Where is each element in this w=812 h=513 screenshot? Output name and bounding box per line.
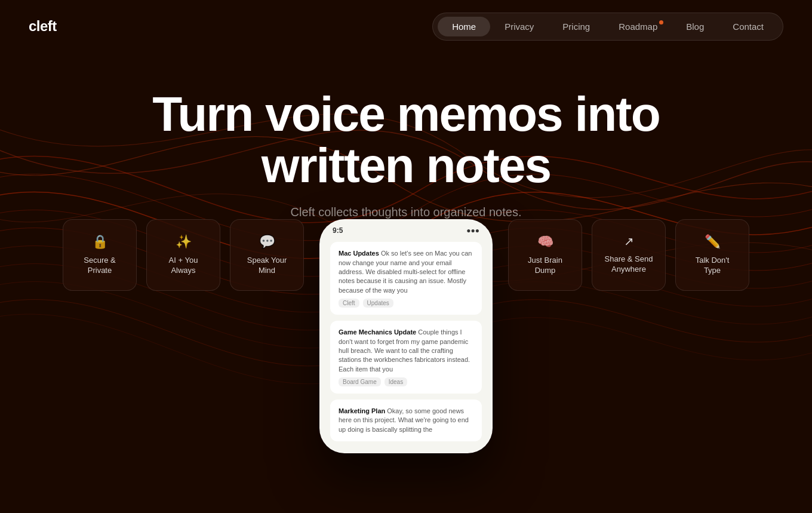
hero-subtitle: Cleft collects thoughts into organized n… [0,205,812,219]
nav-link-privacy[interactable]: Privacy [490,17,548,36]
note-title-2: Game Mechanics Update [339,328,418,336]
feature-card-speak: 💬 Speak YourMind [230,219,304,291]
chat-icon: 💬 [259,234,275,250]
nav-link-blog[interactable]: Blog [672,17,718,36]
hero-title: Turn voice memos into written notes [137,88,675,191]
feature-label-speak: Speak YourMind [247,256,287,276]
note-item-2: Game Mechanics Update Couple things I do… [330,321,482,394]
lock-icon: 🔒 [92,234,108,250]
brain-icon: 🧠 [537,234,553,250]
feature-label-brain: Just BrainDump [528,256,562,276]
nav-link-contact[interactable]: Contact [718,17,778,36]
features-section: 🔒 Secure &Private ✨ AI + YouAlways 💬 Spe… [0,219,812,291]
note-tag: Ideas [385,377,407,386]
note-tags-1: Cleft Updates [339,299,473,308]
note-tag: Board Game [339,377,381,386]
share-icon: ↗ [624,234,634,248]
note-title-3: Marketing Plan [339,407,387,414]
pencil-icon: ✏️ [705,234,721,250]
nav-links: Home Privacy Pricing Roadmap Blog Contac… [432,13,783,41]
feature-label-secure: Secure &Private [84,256,115,276]
feature-card-talk: ✏️ Talk Don'tType [675,219,749,291]
note-tags-2: Board Game Ideas [339,377,473,386]
feature-card-ai: ✨ AI + YouAlways [146,219,220,291]
phone-spacer [313,219,499,291]
feature-label-ai: AI + YouAlways [169,256,198,276]
note-item-3: Marketing Plan Okay, so some good news h… [330,400,482,441]
note-tag: Cleft [339,299,359,308]
logo: cleft [29,18,57,35]
note-tag: Updates [363,299,393,308]
sparkle-icon: ✨ [176,234,192,250]
feature-card-brain: 🧠 Just BrainDump [508,219,582,291]
feature-label-share: Share & SendAnywhere [605,254,653,275]
nav-link-roadmap[interactable]: Roadmap [604,17,672,36]
nav-link-home[interactable]: Home [438,17,490,36]
feature-card-share: ↗ Share & SendAnywhere [592,219,666,291]
feature-label-talk: Talk Don'tType [696,256,730,276]
nav-link-pricing[interactable]: Pricing [548,17,604,36]
navigation: cleft Home Privacy Pricing Roadmap Blog … [0,0,812,53]
feature-card-secure: 🔒 Secure &Private [63,219,137,291]
